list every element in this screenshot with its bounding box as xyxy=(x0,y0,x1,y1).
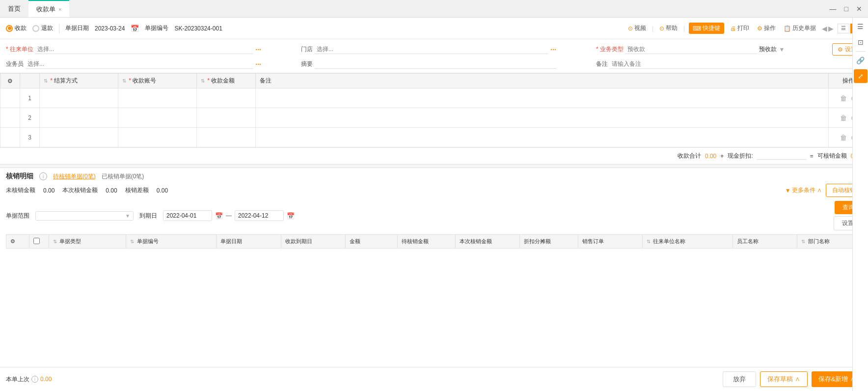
sort-account-icon[interactable]: ⇅ xyxy=(122,78,126,84)
rp-link-icon[interactable]: 🔗 xyxy=(854,54,868,67)
sort-settle-icon[interactable]: ⇅ xyxy=(44,78,48,84)
bth-settings[interactable]: ⚙ xyxy=(6,235,29,249)
row2-delete-icon[interactable]: 🗑 xyxy=(840,114,847,122)
radio-refund-label: 退款 xyxy=(41,24,53,32)
row1-amount[interactable] xyxy=(197,88,256,108)
counterpart-input[interactable] xyxy=(35,45,253,54)
help-btn[interactable]: ⊙ 帮助 xyxy=(657,23,679,33)
bth-this-hx: 本次核销金额 xyxy=(455,235,519,249)
diff-value: 0.00 xyxy=(157,187,168,194)
cal-from-icon[interactable]: 📅 xyxy=(215,212,223,220)
footer-info-icon[interactable]: i xyxy=(31,376,38,383)
hx-title: 核销明细 xyxy=(6,172,33,181)
cal-to-icon[interactable]: 📅 xyxy=(287,212,295,220)
total-value: 0.00 xyxy=(705,153,716,160)
bth-checkbox-input[interactable] xyxy=(33,238,40,244)
row1-settle[interactable] xyxy=(40,88,118,108)
bth-pending-label: 待核销金额 xyxy=(402,238,429,244)
hx-done-tab[interactable]: 已核销单据(0笔) xyxy=(102,172,144,181)
print-icon: 🖨 xyxy=(730,25,736,32)
next-arrow[interactable]: ▶ xyxy=(828,25,834,32)
row3-amount[interactable] xyxy=(197,128,256,147)
range-select[interactable]: ▼ xyxy=(35,211,134,221)
bth-staff-label: 员工名称 xyxy=(737,238,759,244)
row2-settle[interactable] xyxy=(40,108,118,128)
th-settings[interactable]: ⚙ xyxy=(0,74,20,88)
bth-staff: 员工名称 xyxy=(733,235,797,249)
sort-doc-type-icon[interactable]: ⇅ xyxy=(53,239,57,244)
note-input[interactable] xyxy=(610,59,862,69)
draft-btn[interactable]: 保存草稿 ∧ xyxy=(760,371,808,387)
rp-grid-icon[interactable]: ⊡ xyxy=(854,35,868,49)
print-btn[interactable]: 🖨 打印 xyxy=(728,23,751,33)
shortcut-btn[interactable]: ⌨ 快捷键 xyxy=(689,23,724,34)
rp-expand-icon[interactable]: ⤢ xyxy=(854,69,868,83)
sort-counterpart-icon[interactable]: ⇅ xyxy=(647,239,651,244)
more-conditions-btn[interactable]: ▼ 更多条件 ∧ xyxy=(785,186,822,195)
operation-icon: ⚙ xyxy=(757,25,762,32)
hx-pending-tab[interactable]: 待核销单据(0笔) xyxy=(53,172,96,181)
biz-type-arrow[interactable]: ▼ xyxy=(779,46,785,53)
summary-row: 收款合计 0.00 + 现金折扣: = 可核销金额 0.00 xyxy=(0,147,868,164)
video-btn[interactable]: ⊙ 视频 xyxy=(626,23,648,33)
this-hx-value: 0.00 xyxy=(106,187,117,194)
sort-amount-icon[interactable]: ⇅ xyxy=(201,78,205,84)
bth-amount: 金额 xyxy=(346,235,397,249)
sort-doc-num-icon[interactable]: ⇅ xyxy=(130,239,134,244)
counterpart-more-icon[interactable]: ··· xyxy=(255,46,261,54)
discount-input[interactable] xyxy=(757,152,806,160)
prev-arrow[interactable]: ◀ xyxy=(822,25,827,32)
shortcut-icon: ⌨ xyxy=(693,25,701,32)
row1-account[interactable] xyxy=(118,88,197,108)
bth-pending: 待核销金额 xyxy=(397,235,455,249)
calendar-icon[interactable]: 📅 xyxy=(131,25,139,32)
hx-info-icon[interactable]: i xyxy=(39,172,47,180)
table-row: 2 🗑 ⊕ xyxy=(0,108,868,128)
help-label: 帮助 xyxy=(666,24,678,32)
row2-remark[interactable] xyxy=(256,108,829,128)
tab-active[interactable]: 收款单 × xyxy=(28,0,69,17)
operation-btn[interactable]: ⚙ 操作 xyxy=(755,23,778,33)
row1-remark[interactable] xyxy=(256,88,829,108)
th-account: ⇅ 收款账号 xyxy=(118,74,197,88)
salesman-input[interactable] xyxy=(26,59,253,69)
sort-dept-icon[interactable]: ⇅ xyxy=(801,239,805,244)
th-amount-label: 收款金额 xyxy=(207,77,235,84)
rp-table-icon[interactable]: ☰ xyxy=(854,20,868,33)
row2-account[interactable] xyxy=(118,108,197,128)
table-row: 1 🗑 ⊕ xyxy=(0,88,868,108)
print-label: 打印 xyxy=(737,24,749,32)
bth-counterpart: ⇅ 往来单位名称 xyxy=(642,235,732,249)
hx-stats: 未核销金额 0.00 本次核销金额 0.00 核销差额 0.00 ▼ 更多条件 … xyxy=(6,184,862,197)
biz-type-label: 业务类型 xyxy=(596,45,624,54)
row1-delete-icon[interactable]: 🗑 xyxy=(840,94,847,102)
row3-remark[interactable] xyxy=(256,128,829,147)
store-input[interactable] xyxy=(315,45,548,54)
minimize-btn[interactable]: — xyxy=(828,4,839,14)
history-btn[interactable]: 📋 历史单据 xyxy=(782,23,818,33)
summary-input[interactable] xyxy=(315,59,556,69)
row3-settle[interactable] xyxy=(40,128,118,147)
total-label: 收款合计 xyxy=(678,152,701,160)
number-label: 单据编号 xyxy=(145,24,168,32)
tab-bar: 首页 收款单 × — □ ✕ xyxy=(0,0,868,18)
date-to-input[interactable] xyxy=(235,210,284,221)
biz-type-input[interactable] xyxy=(625,45,757,54)
row3-account[interactable] xyxy=(118,128,197,147)
radio-receipt[interactable]: 收款 xyxy=(6,24,27,32)
row2-amount[interactable] xyxy=(197,108,256,128)
abandon-btn[interactable]: 放弃 xyxy=(723,371,756,387)
date-from-input[interactable] xyxy=(163,210,212,221)
salesman-more-icon[interactable]: ··· xyxy=(255,60,261,68)
view-list-btn[interactable]: ☰ xyxy=(838,24,849,33)
th-rownum xyxy=(20,74,40,88)
salesman-label: 业务员 xyxy=(6,60,24,68)
save-new-label: 保存&新增 ∧ xyxy=(818,375,855,384)
tab-close-btn[interactable]: × xyxy=(58,6,61,12)
close-btn[interactable]: ✕ xyxy=(854,4,864,14)
row3-delete-icon[interactable]: 🗑 xyxy=(840,134,847,141)
store-more-icon[interactable]: ··· xyxy=(550,46,556,54)
radio-refund[interactable]: 退款 xyxy=(32,24,53,32)
tab-home[interactable]: 首页 xyxy=(0,0,28,17)
maximize-btn[interactable]: □ xyxy=(842,4,850,14)
